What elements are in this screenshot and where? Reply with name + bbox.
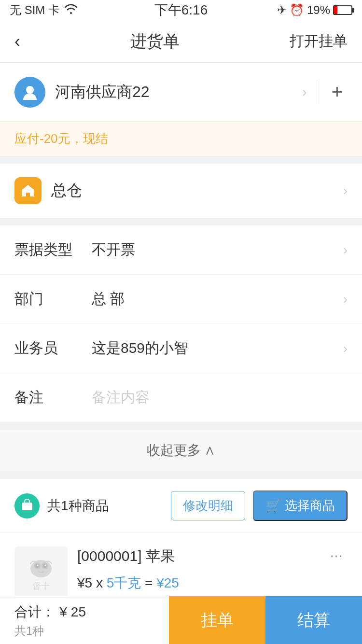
checkout-button[interactable]: 结算 — [265, 596, 362, 644]
product-name: [0000001] 苹果 — [77, 546, 325, 566]
products-icon — [14, 493, 40, 518]
products-header: 共1种商品 修改明细 🛒 选择商品 — [0, 479, 362, 533]
warehouse-name: 总仓 — [51, 180, 343, 201]
total-label: 合计： — [14, 604, 55, 619]
back-button[interactable]: ‹ — [14, 31, 20, 52]
price-equals: = — [145, 575, 156, 590]
sales-label: 业务员 — [14, 338, 82, 358]
location-icon: ✈ — [277, 3, 287, 17]
more-options-button[interactable]: ··· — [325, 546, 348, 564]
products-section: 共1种商品 修改明细 🛒 选择商品 — [0, 479, 362, 613]
add-supplier-button[interactable]: + — [327, 76, 348, 108]
dept-label: 部门 — [14, 289, 82, 309]
invoice-label: 票据类型 — [14, 240, 82, 260]
supplier-chevron-icon: › — [302, 84, 306, 100]
select-product-label: 选择商品 — [285, 497, 335, 514]
form-section: 票据类型 不开票 › 部门 总 部 › 业务员 这是859的小智 › 备注 备注… — [0, 225, 362, 422]
svg-point-2 — [30, 560, 52, 577]
cart-icon: 🛒 — [265, 498, 281, 513]
svg-point-0 — [26, 86, 34, 94]
warehouse-section: 总仓 › — [0, 164, 362, 218]
price-unit: ¥5 — [77, 575, 92, 590]
page-title: 进货单 — [130, 30, 180, 53]
total-section: 合计： ¥ 25 共1种 — [0, 602, 169, 639]
total-amount-value: ¥ 25 — [59, 604, 86, 619]
warehouse-row[interactable]: 总仓 › — [0, 164, 362, 218]
supplier-row[interactable]: 河南供应商22 › + — [0, 63, 362, 121]
price-separator: x — [96, 575, 107, 590]
warehouse-chevron-icon: › — [343, 183, 348, 198]
owl-logo: 督十 — [27, 554, 56, 592]
svg-rect-1 — [22, 503, 32, 510]
modify-detail-button[interactable]: 修改明细 — [171, 491, 245, 520]
total-value: ¥25 — [156, 575, 179, 590]
warehouse-icon — [14, 177, 42, 204]
total-count: 共1种 — [14, 623, 154, 639]
select-product-button[interactable]: 🛒 选择商品 — [253, 490, 348, 521]
open-hold-button[interactable]: 打开挂单 — [290, 31, 348, 51]
battery-icon — [333, 5, 352, 15]
total-amount: 合计： ¥ 25 — [14, 602, 154, 621]
remark-label: 备注 — [14, 388, 82, 407]
dept-row[interactable]: 部门 总 部 › — [0, 275, 362, 324]
status-left: 无 SIM 卡 — [10, 2, 78, 18]
status-time: 下午6:16 — [154, 1, 208, 19]
sales-chevron-icon: › — [343, 341, 348, 356]
dept-chevron-icon: › — [343, 292, 348, 307]
nav-bar: ‹ 进货单 打开挂单 — [0, 20, 362, 63]
hold-button[interactable]: 挂单 — [169, 596, 265, 644]
divider — [317, 80, 317, 104]
battery-percent: 19% — [307, 3, 330, 17]
sales-value: 这是859的小智 — [82, 338, 343, 358]
carrier-text: 无 SIM 卡 — [10, 2, 60, 18]
invoice-value: 不开票 — [82, 240, 343, 260]
status-bar: 无 SIM 卡 下午6:16 ✈ ⏰ 19% — [0, 0, 362, 20]
remark-input[interactable]: 备注内容 — [82, 388, 348, 407]
dept-value: 总 部 — [82, 289, 343, 309]
wifi-icon — [64, 3, 78, 17]
notice-bar: 应付-20元，现结 — [0, 121, 362, 156]
bottom-bar: 合计： ¥ 25 共1种 挂单 结算 — [0, 596, 362, 644]
supplier-name: 河南供应商22 — [55, 82, 302, 103]
product-thumbnail: 督十 — [14, 546, 68, 600]
supplier-avatar — [14, 77, 45, 108]
notice-text: 应付-20元，现结 — [14, 131, 108, 146]
content-area: 河南供应商22 › + 应付-20元，现结 总仓 › 票据类型 不开票 › — [0, 63, 362, 644]
product-price: ¥5 x 5千克 = ¥25 — [77, 574, 325, 592]
invoice-chevron-icon: › — [343, 242, 348, 258]
sales-row[interactable]: 业务员 这是859的小智 › — [0, 324, 362, 373]
svg-point-7 — [37, 565, 39, 566]
collapse-bar[interactable]: 收起更多 ∧ — [0, 430, 362, 471]
supplier-section: 河南供应商22 › + 应付-20元，现结 — [0, 63, 362, 156]
products-count: 共1种商品 — [47, 497, 171, 515]
quantity-value: 5千克 — [107, 575, 141, 590]
product-info: [0000001] 苹果 ¥5 x 5千克 = ¥25 — [77, 546, 325, 592]
status-right: ✈ ⏰ 19% — [277, 3, 352, 17]
invoice-row[interactable]: 票据类型 不开票 › — [0, 225, 362, 275]
alarm-icon: ⏰ — [290, 3, 304, 17]
remark-row[interactable]: 备注 备注内容 — [0, 373, 362, 422]
collapse-label: 收起更多 ∧ — [147, 443, 216, 458]
svg-point-8 — [45, 565, 46, 566]
